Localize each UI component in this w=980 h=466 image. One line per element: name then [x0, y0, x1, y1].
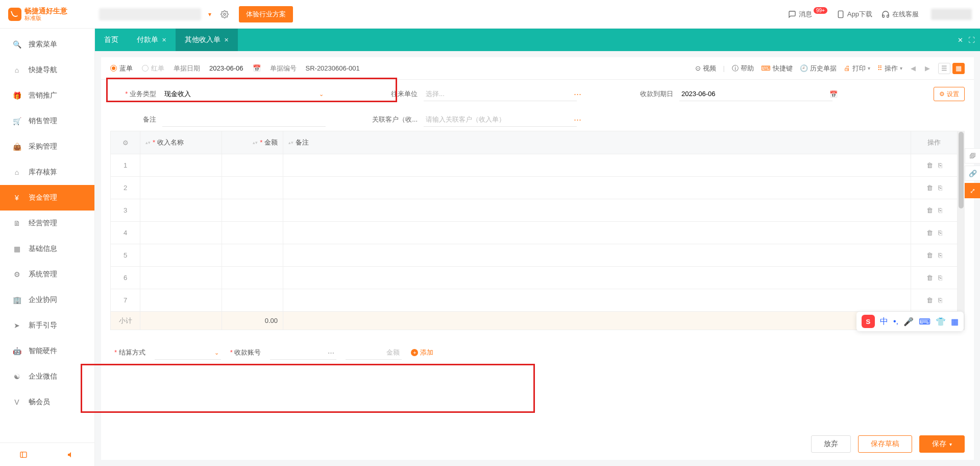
- table-row[interactable]: 4 🗑 ⎘: [111, 221, 957, 244]
- sidebar-item-bag[interactable]: 👜采购管理: [0, 134, 94, 159]
- partner-more-button[interactable]: ⋯: [574, 89, 581, 99]
- ime-skin-icon[interactable]: 👕: [936, 317, 946, 327]
- cell-note[interactable]: [283, 176, 911, 199]
- table-row[interactable]: 6 🗑 ⎘: [111, 266, 957, 289]
- sidebar-item-gift[interactable]: 🎁营销推广: [0, 83, 94, 108]
- sidebar-item-chip[interactable]: 🤖智能硬件: [0, 338, 94, 364]
- sidebar-item-grid[interactable]: ▦基础信息: [0, 236, 94, 262]
- radio-blue-bill[interactable]: 蓝单: [110, 64, 133, 73]
- cell-income-name[interactable]: [140, 289, 222, 311]
- cell-amount[interactable]: [222, 244, 283, 266]
- org-selector[interactable]: ▾: [99, 8, 211, 20]
- table-row[interactable]: 1 🗑 ⎘: [111, 154, 957, 176]
- more-icon[interactable]: ⋯: [328, 349, 334, 357]
- table-row[interactable]: 3 🗑 ⎘: [111, 199, 957, 221]
- business-type-select[interactable]: [162, 87, 326, 101]
- due-date-input[interactable]: [679, 87, 832, 101]
- tab-付款单[interactable]: 付款单✕: [128, 29, 176, 51]
- cell-note[interactable]: [283, 244, 911, 266]
- table-settings-icon[interactable]: ⚙: [122, 139, 129, 147]
- row-copy-icon[interactable]: ⎘: [938, 206, 942, 214]
- ops-button[interactable]: ⠿操作▾: [877, 64, 902, 73]
- sidebar-item-cog[interactable]: ⚙系统管理: [0, 262, 94, 287]
- table-scrollbar[interactable]: [958, 131, 965, 330]
- sidebar-item-building[interactable]: 🏢企业协同: [0, 287, 94, 313]
- user-avatar-blurred[interactable]: [931, 9, 972, 20]
- receipt-account-select[interactable]: [270, 345, 336, 360]
- table-row[interactable]: 2 🗑 ⎘: [111, 176, 957, 199]
- row-delete-icon[interactable]: 🗑: [926, 161, 933, 169]
- calendar-icon[interactable]: 📅: [829, 90, 838, 98]
- partner-select[interactable]: [424, 87, 577, 101]
- row-copy-icon[interactable]: ⎘: [938, 161, 942, 169]
- cell-income-name[interactable]: [140, 244, 222, 266]
- add-settlement-button[interactable]: +添加: [411, 348, 433, 357]
- calendar-icon[interactable]: 📅: [253, 64, 261, 72]
- row-copy-icon[interactable]: ⎘: [938, 229, 942, 237]
- cell-income-name[interactable]: [140, 221, 222, 244]
- sidebar-item-wechat[interactable]: ☯企业微信: [0, 364, 94, 389]
- tab-close-icon[interactable]: ✕: [162, 37, 166, 43]
- radio-red-bill[interactable]: 红单: [142, 64, 164, 73]
- customer-service-button[interactable]: 在线客服: [881, 10, 919, 19]
- table-row[interactable]: 5 🗑 ⎘: [111, 244, 957, 266]
- remark-input[interactable]: [162, 112, 326, 127]
- save-draft-button[interactable]: 保存草稿: [858, 435, 912, 453]
- cell-amount[interactable]: [222, 176, 283, 199]
- related-customer-more-button[interactable]: ⋯: [574, 115, 581, 124]
- cell-amount[interactable]: [222, 199, 283, 221]
- cell-amount[interactable]: [222, 221, 283, 244]
- ime-toolbox-icon[interactable]: ▦: [951, 317, 959, 327]
- related-customer-input[interactable]: [424, 112, 577, 127]
- row-copy-icon[interactable]: ⎘: [938, 296, 942, 304]
- cell-note[interactable]: [283, 266, 911, 289]
- view-card-button[interactable]: ▦: [952, 63, 965, 74]
- cell-income-name[interactable]: [140, 176, 222, 199]
- ime-punct-icon[interactable]: •,: [893, 317, 898, 326]
- history-button[interactable]: 🕘历史单据: [800, 64, 837, 73]
- row-copy-icon[interactable]: ⎘: [938, 251, 942, 259]
- float-expand-button[interactable]: ⤢: [965, 183, 980, 198]
- sidebar-item-home[interactable]: ⌂快捷导航: [0, 57, 94, 83]
- sidebar-volume-button[interactable]: [47, 443, 95, 466]
- tab-fullscreen-button[interactable]: ⛶: [968, 36, 975, 44]
- cell-income-name[interactable]: [140, 199, 222, 221]
- sidebar-item-doc[interactable]: 🗎经营管理: [0, 211, 94, 236]
- cell-income-name[interactable]: [140, 154, 222, 176]
- table-row[interactable]: 7 🗑 ⎘: [111, 289, 957, 311]
- shortcut-button[interactable]: ⌨快捷键: [761, 64, 793, 73]
- video-help-button[interactable]: ⊙视频: [695, 64, 716, 73]
- row-delete-icon[interactable]: 🗑: [926, 296, 933, 304]
- discard-button[interactable]: 放弃: [811, 435, 851, 453]
- sidebar-item-search[interactable]: 🔍搜索菜单: [0, 32, 94, 57]
- try-industry-button[interactable]: 体验行业方案: [239, 6, 293, 22]
- row-delete-icon[interactable]: 🗑: [926, 229, 933, 237]
- ime-toolbar[interactable]: S 中 •, 🎤 ⌨ 👕 ▦: [856, 312, 964, 331]
- save-button[interactable]: 保存▾: [919, 435, 965, 453]
- doc-date-value[interactable]: 2023-06-06: [209, 64, 243, 72]
- prev-doc-button[interactable]: ◀: [910, 64, 917, 72]
- sidebar-collapse-button[interactable]: [0, 443, 47, 466]
- float-note-button[interactable]: 🗊: [965, 148, 980, 164]
- help-button[interactable]: ⓘ帮助: [732, 64, 754, 73]
- ime-lang[interactable]: 中: [880, 316, 888, 327]
- sidebar-item-money[interactable]: ¥资金管理: [0, 185, 94, 211]
- print-button[interactable]: 🖨打印▾: [844, 64, 870, 73]
- view-list-button[interactable]: ☰: [938, 63, 950, 74]
- sidebar-item-arrow[interactable]: ➤新手引导: [0, 313, 94, 338]
- row-copy-icon[interactable]: ⎘: [938, 274, 942, 282]
- row-delete-icon[interactable]: 🗑: [926, 206, 933, 214]
- settlement-method-select[interactable]: [155, 345, 221, 360]
- tab-close-icon[interactable]: ✕: [224, 37, 229, 43]
- float-attach-button[interactable]: 🔗: [965, 166, 980, 181]
- tab-首页[interactable]: 首页: [95, 29, 128, 51]
- ime-voice-icon[interactable]: 🎤: [903, 317, 914, 327]
- row-copy-icon[interactable]: ⎘: [938, 184, 942, 192]
- ime-keyboard-icon[interactable]: ⌨: [919, 317, 930, 327]
- settlement-amount-input[interactable]: [346, 345, 402, 360]
- cell-amount[interactable]: [222, 154, 283, 176]
- sidebar-item-box[interactable]: ⌂库存核算: [0, 159, 94, 185]
- cell-amount[interactable]: [222, 289, 283, 311]
- tab-close-all-button[interactable]: ✕: [958, 36, 963, 44]
- settings-gear-button[interactable]: [217, 7, 232, 21]
